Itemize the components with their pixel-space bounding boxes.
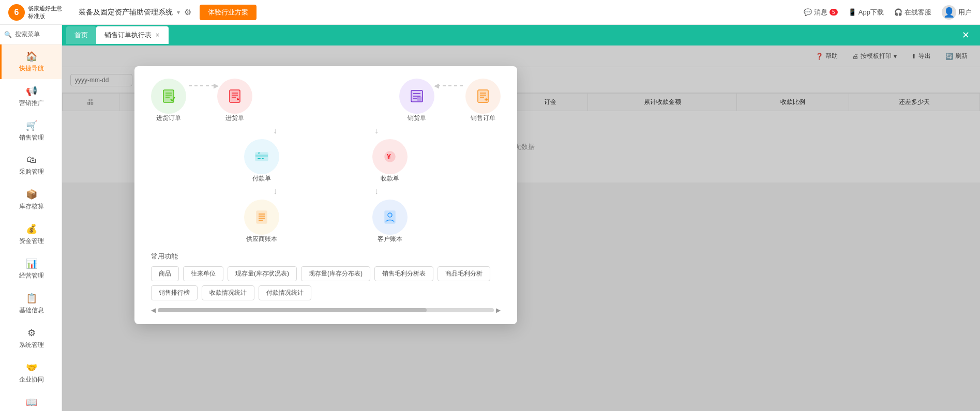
sidebar: 🔍 搜索菜单 🏠 快捷导航 📢 营销推广 🛒 销售管理 🛍 采购管理 📦 库存核… bbox=[0, 25, 62, 411]
sidebar-item-enterprise[interactable]: 🤝 企业协同 bbox=[0, 356, 62, 390]
tab-home-label: 首页 bbox=[74, 31, 88, 40]
message-icon: 💬 bbox=[804, 8, 812, 16]
gear-icon[interactable]: ⚙ bbox=[184, 7, 191, 17]
flow-node-sales-order: 销售订单 bbox=[465, 79, 501, 123]
flow-node-purchase-receipt: 进货单 bbox=[217, 79, 252, 123]
svg-rect-5 bbox=[230, 90, 240, 102]
sales-icon: 🛒 bbox=[26, 120, 37, 131]
finance-icon: 💰 bbox=[26, 223, 37, 235]
scroll-right-icon[interactable]: ▶ bbox=[496, 307, 501, 314]
tab-sales-order[interactable]: 销售订单执行表 × bbox=[96, 26, 169, 44]
sidebar-search[interactable]: 🔍 搜索菜单 bbox=[0, 25, 62, 44]
flow-node-collection: ¥ 收款单 bbox=[372, 139, 408, 183]
sales-order-label: 销售订单 bbox=[471, 114, 495, 123]
purchase-order-circle[interactable] bbox=[151, 79, 186, 114]
func-btn-receipt-stats[interactable]: 收款情况统计 bbox=[202, 285, 254, 300]
sidebar-item-sales[interactable]: 🛒 销售管理 bbox=[0, 114, 62, 148]
enterprise-icon: 🤝 bbox=[26, 362, 37, 373]
sidebar-item-inventory[interactable]: 📦 库存核算 bbox=[0, 182, 62, 217]
user-menu[interactable]: 👤 用户 bbox=[942, 5, 972, 20]
overlay: 进货订单 ▶ bbox=[62, 45, 980, 411]
sidebar-item-system[interactable]: ⚙ 系统管理 bbox=[0, 321, 62, 356]
sales-receipt-circle[interactable] bbox=[399, 79, 434, 114]
purchase-receipt-circle[interactable] bbox=[217, 79, 252, 114]
func-btn-sales-ranking[interactable]: 销售排行榜 bbox=[151, 285, 198, 300]
flow-arrow-h2: ◀ bbox=[434, 85, 465, 116]
sidebar-item-label-inventory: 库存核算 bbox=[19, 202, 44, 211]
svg-rect-26 bbox=[255, 155, 268, 157]
tab-close-icon[interactable]: × bbox=[155, 32, 160, 39]
sidebar-item-label-operations: 经营管理 bbox=[19, 271, 44, 280]
sidebar-item-label-enterprise: 企业协同 bbox=[19, 375, 44, 384]
collection-circle[interactable]: ¥ bbox=[372, 139, 408, 174]
scroll-bar[interactable] bbox=[158, 308, 494, 312]
func-btn-sales-margin[interactable]: 销售毛利分析表 bbox=[374, 266, 433, 281]
collection-label: 收款单 bbox=[381, 174, 399, 183]
user-name: 用户 bbox=[958, 8, 972, 17]
system-icon: ⚙ bbox=[27, 327, 36, 339]
common-functions: 常用功能 商品 往来单位 现存量(库存状况表) 现存量(库存分布表) 销售毛利分… bbox=[151, 252, 501, 300]
experience-button[interactable]: 体验行业方案 bbox=[200, 5, 257, 20]
content-area: 首页 销售订单执行表 × ✕ ❓ 帮助 🖨 按模板打印 ▾ bbox=[62, 25, 980, 411]
online-service-button[interactable]: 🎧 在线客服 bbox=[894, 8, 931, 17]
func-btn-product-margin[interactable]: 商品毛利分析 bbox=[438, 266, 490, 281]
svg-rect-17 bbox=[417, 97, 421, 101]
func-buttons-row1: 商品 往来单位 现存量(库存状况表) 现存量(库存分布表) 销售毛利分析表 商品… bbox=[151, 266, 501, 281]
basic-icon: 📋 bbox=[26, 293, 37, 304]
message-label: 消息 bbox=[814, 8, 827, 17]
svg-rect-27 bbox=[258, 158, 261, 159]
scroll-left-icon[interactable]: ◀ bbox=[151, 307, 156, 314]
purchase-receipt-label: 进货单 bbox=[225, 114, 244, 123]
sidebar-item-label-basic: 基础信息 bbox=[19, 306, 44, 315]
payment-circle[interactable]: ¥ bbox=[244, 139, 279, 174]
svg-rect-32 bbox=[257, 211, 267, 223]
common-functions-title: 常用功能 bbox=[151, 252, 501, 261]
customer-ledger-circle[interactable] bbox=[372, 200, 408, 235]
svg-rect-28 bbox=[262, 158, 264, 159]
marketing-icon: 📢 bbox=[26, 85, 37, 97]
sidebar-item-label-purchase: 采购管理 bbox=[19, 168, 44, 176]
logo-icon: 6 bbox=[8, 4, 25, 21]
search-icon: 🔍 bbox=[4, 31, 12, 38]
func-btn-inventory-status[interactable]: 现存量(库存状况表) bbox=[228, 266, 297, 281]
flow-diagram: 进货订单 ▶ bbox=[151, 79, 501, 243]
func-btn-payment-stats[interactable]: 付款情况统计 bbox=[259, 285, 311, 300]
svg-rect-18 bbox=[478, 90, 488, 102]
sidebar-item-operations[interactable]: 📊 经营管理 bbox=[0, 252, 62, 286]
tab-bar: 首页 销售订单执行表 × ✕ bbox=[62, 25, 980, 45]
flow-popup: 进货订单 ▶ bbox=[134, 66, 517, 324]
newbie-icon: 📖 bbox=[26, 397, 37, 408]
sidebar-item-purchase[interactable]: 🛍 采购管理 bbox=[0, 148, 62, 182]
purchase-order-label: 进货订单 bbox=[156, 114, 181, 123]
sidebar-item-quick-nav[interactable]: 🏠 快捷导航 bbox=[0, 44, 62, 79]
page-content: ❓ 帮助 🖨 按模板打印 ▾ ⬆ 导出 🔄 刷新 bbox=[62, 45, 980, 411]
main-layout: 🔍 搜索菜单 🏠 快捷导航 📢 营销推广 🛒 销售管理 🛍 采购管理 📦 库存核… bbox=[0, 25, 980, 411]
sidebar-item-marketing[interactable]: 📢 营销推广 bbox=[0, 79, 62, 114]
avatar: 👤 bbox=[942, 5, 956, 20]
sidebar-item-finance[interactable]: 💰 资金管理 bbox=[0, 217, 62, 252]
sidebar-item-basic[interactable]: 📋 基础信息 bbox=[0, 286, 62, 321]
func-btn-product[interactable]: 商品 bbox=[151, 266, 179, 281]
tab-home[interactable]: 首页 bbox=[66, 26, 96, 44]
flow-node-purchase-order: 进货订单 bbox=[151, 79, 186, 123]
func-btn-inventory-distribution[interactable]: 现存量(库存分布表) bbox=[301, 266, 370, 281]
flow-row-3: 供应商账本 bbox=[151, 200, 501, 243]
logo-text: 畅康通好生意标准版 bbox=[28, 5, 62, 20]
supplier-ledger-circle[interactable] bbox=[244, 200, 279, 235]
dropdown-arrow-icon[interactable]: ▾ bbox=[177, 9, 180, 16]
payment-label: 付款单 bbox=[252, 174, 271, 183]
func-btn-counterparty[interactable]: 往来单位 bbox=[183, 266, 223, 281]
logo-area: 6 畅康通好生意标准版 bbox=[8, 4, 70, 21]
sales-order-circle[interactable] bbox=[465, 79, 501, 114]
sidebar-item-newbie[interactable]: 📖 新手引导 bbox=[0, 390, 62, 411]
window-close-icon[interactable]: ✕ bbox=[956, 29, 976, 41]
sidebar-item-label-system: 系统管理 bbox=[19, 341, 44, 349]
flow-row-1: 进货订单 ▶ bbox=[151, 79, 501, 123]
sidebar-item-label-sales: 销售管理 bbox=[19, 133, 44, 142]
flow-node-supplier-ledger: 供应商账本 bbox=[244, 200, 279, 243]
inventory-icon: 📦 bbox=[26, 189, 37, 200]
header-right: 💬 消息 5 📱 App下载 🎧 在线客服 👤 用户 bbox=[804, 5, 972, 20]
app-download-button[interactable]: 📱 App下载 bbox=[848, 8, 884, 17]
flow-arrow-h1: ▶ bbox=[186, 85, 217, 116]
message-button[interactable]: 💬 消息 5 bbox=[804, 8, 838, 17]
